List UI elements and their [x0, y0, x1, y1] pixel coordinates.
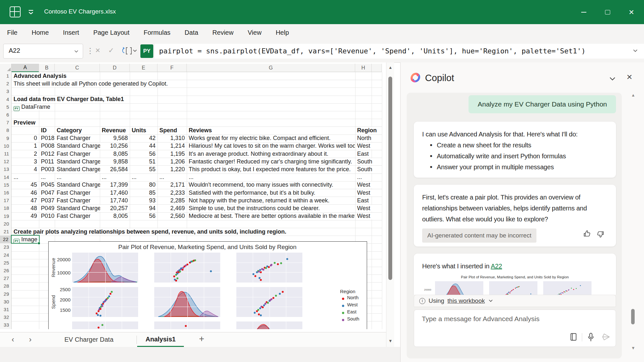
- cell-H14[interactable]: ...: [355, 174, 364, 181]
- cell-C16[interactable]: Fast Charger: [55, 190, 92, 196]
- cell-C13[interactable]: Standard Charger: [55, 166, 104, 173]
- row-header-31[interactable]: 31: [0, 306, 12, 313]
- cell-B16[interactable]: P047: [39, 190, 56, 196]
- cell-G9[interactable]: Works great for my electric bike. Compac…: [187, 135, 355, 142]
- cell-G11[interactable]: It's an average product. Nothing extraor…: [187, 151, 355, 157]
- cell-H19[interactable]: West: [355, 213, 372, 219]
- ribbon-tab-review[interactable]: Review: [213, 29, 234, 36]
- row-header-12[interactable]: 12: [0, 158, 12, 165]
- cell-F10[interactable]: 1,214: [158, 143, 186, 149]
- cell-F17[interactable]: 2,285: [158, 197, 186, 204]
- panel-scrollbar-thumb[interactable]: [631, 309, 635, 324]
- pairplot-chart[interactable]: Pair Plot of Revenue, Marketing Spend, a…: [48, 241, 367, 329]
- cell-G16[interactable]: Satisfied with the performance, but it's…: [187, 190, 355, 196]
- row-header-33[interactable]: 33: [0, 321, 12, 329]
- row-header-2[interactable]: 2: [0, 80, 12, 88]
- cell-D8[interactable]: Revenue: [100, 127, 128, 134]
- row-header-29[interactable]: 29: [0, 290, 12, 298]
- spreadsheet-grid[interactable]: ABCDEFGH12345678910111213141516171819202…: [0, 62, 386, 329]
- cell-C18[interactable]: Standard Charger: [55, 205, 104, 212]
- row-header-11[interactable]: 11: [0, 150, 12, 158]
- name-box[interactable]: A22: [3, 44, 83, 59]
- workbook-context-link[interactable]: this workbook: [448, 297, 485, 304]
- row-header-8[interactable]: 8: [0, 126, 12, 134]
- cell-C14[interactable]: ...: [55, 174, 63, 181]
- prev-sheet-icon[interactable]: ‹: [12, 335, 14, 344]
- column-header-G[interactable]: G: [187, 64, 355, 72]
- ribbon-tab-page-layout[interactable]: Page Layout: [93, 29, 129, 36]
- cell-G19[interactable]: Mediocre at best. There are better optio…: [187, 213, 355, 219]
- cell-D9[interactable]: 9,568: [100, 135, 129, 142]
- row-header-27[interactable]: 27: [0, 274, 12, 282]
- row-header-13[interactable]: 13: [0, 165, 12, 173]
- cell-F13[interactable]: 1,220: [158, 166, 186, 173]
- mini-chart-preview[interactable]: 20000: [422, 281, 608, 295]
- row-header-26[interactable]: 26: [0, 267, 12, 274]
- cell-E10[interactable]: 44: [130, 143, 157, 149]
- cell-E15[interactable]: 80: [130, 181, 157, 188]
- cancel-entry-icon[interactable]: ×: [95, 45, 100, 55]
- cell-H18[interactable]: West: [355, 205, 372, 212]
- cell-G12[interactable]: Fantastic charger! Reduced my car's char…: [187, 158, 355, 165]
- cell-A7[interactable]: Preview: [12, 119, 37, 126]
- cell-H10[interactable]: West: [355, 143, 372, 149]
- row-header-3[interactable]: 3: [0, 88, 12, 95]
- cell-H16[interactable]: West: [355, 190, 372, 196]
- column-header-D[interactable]: D: [100, 64, 130, 72]
- cell-F15[interactable]: 2,171: [158, 181, 186, 188]
- cell-D17[interactable]: 17,740: [100, 197, 129, 204]
- cell-H13[interactable]: South: [355, 166, 374, 173]
- column-header-partial[interactable]: [372, 64, 382, 72]
- cell-F16[interactable]: 2,233: [158, 190, 186, 196]
- cell-E16[interactable]: 85: [130, 190, 157, 196]
- row-header-10[interactable]: 10: [0, 142, 12, 150]
- cell-D15[interactable]: 17,399: [100, 181, 129, 188]
- cell-G14[interactable]: ...: [187, 174, 355, 181]
- cell-E8[interactable]: Units: [130, 127, 148, 134]
- row-header-23[interactable]: 23: [0, 243, 12, 251]
- cell-B17[interactable]: P037: [39, 197, 56, 204]
- cell-F19[interactable]: 2,560: [158, 213, 186, 219]
- cell-G15[interactable]: Wouldn't recommend, too many issues with…: [187, 181, 355, 188]
- cell-A10[interactable]: 1: [12, 143, 39, 149]
- row-header-7[interactable]: 7: [0, 119, 12, 126]
- cell-B11[interactable]: P012: [39, 151, 56, 157]
- column-header-H[interactable]: H: [355, 64, 372, 72]
- cell-F11[interactable]: 1,195: [158, 151, 186, 157]
- row-header-21[interactable]: 21: [0, 228, 12, 236]
- cell-A21[interactable]: Create pair plots analyzing relationship…: [12, 228, 288, 235]
- inserted-cell-link[interactable]: A22: [491, 263, 502, 270]
- row-header-24[interactable]: 24: [0, 251, 12, 259]
- cell-E12[interactable]: 51: [130, 158, 157, 165]
- cell-A4[interactable]: Load data from EV Charger Data, Table1: [12, 96, 126, 103]
- cell-G13[interactable]: This product is okay, but I expected mor…: [187, 166, 355, 173]
- column-header-A[interactable]: A: [12, 64, 39, 72]
- cell-A13[interactable]: 4: [12, 166, 39, 173]
- cell-G10[interactable]: Hilarious! My cat loves to sit on the wa…: [187, 143, 355, 149]
- cell-E13[interactable]: 55: [130, 166, 157, 173]
- cell-A11[interactable]: 2: [12, 151, 39, 157]
- scroll-down-icon[interactable]: ▼: [388, 339, 393, 343]
- fill-handle[interactable]: [38, 242, 40, 245]
- cell-A14[interactable]: ...: [12, 174, 20, 181]
- row-header-15[interactable]: 15: [0, 181, 12, 189]
- cell-F12[interactable]: 1,206: [158, 158, 186, 165]
- ribbon-tab-home[interactable]: Home: [32, 29, 49, 36]
- row-header-28[interactable]: 28: [0, 282, 12, 290]
- row-header-22[interactable]: 22: [0, 236, 12, 243]
- cell-D19[interactable]: 8,005: [100, 213, 129, 219]
- cell-B9[interactable]: P018: [39, 135, 56, 142]
- cell-E11[interactable]: 56: [130, 151, 157, 157]
- row-header-9[interactable]: 9: [0, 135, 12, 142]
- cell-H17[interactable]: East: [355, 197, 370, 204]
- cell-A19[interactable]: 49: [12, 213, 39, 219]
- cell-A15[interactable]: 45: [12, 181, 39, 188]
- collapse-panel-chevron-icon[interactable]: [609, 77, 616, 81]
- cell-C17[interactable]: Fast Charger: [55, 197, 92, 204]
- cell-A2[interactable]: This sheet will include all Python code …: [12, 80, 169, 87]
- row-header-25[interactable]: 25: [0, 259, 12, 267]
- row-header-6[interactable]: 6: [0, 111, 12, 119]
- column-header-C[interactable]: C: [55, 64, 100, 72]
- notebook-icon[interactable]: [569, 332, 578, 341]
- microphone-icon[interactable]: [587, 332, 595, 342]
